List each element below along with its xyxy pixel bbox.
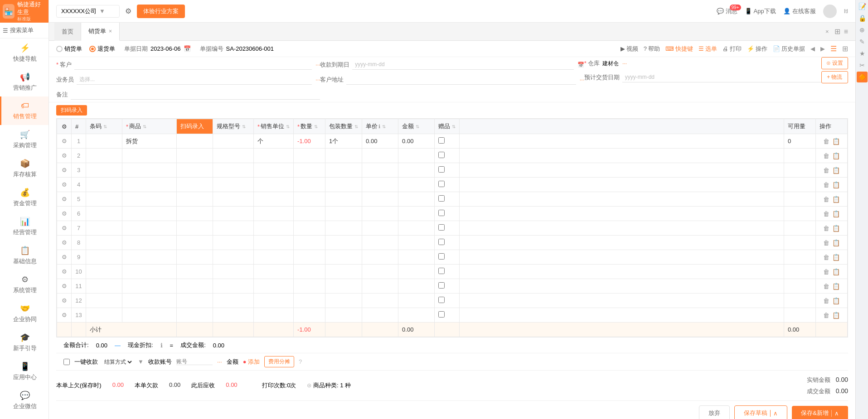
- row-spec[interactable]: [213, 236, 254, 250]
- row-copy-btn[interactable]: 📋: [832, 210, 840, 217]
- online-service-btn[interactable]: 👤 在线客服: [783, 7, 816, 15]
- row-product[interactable]: [122, 308, 177, 323]
- row-copy-btn[interactable]: 📋: [832, 196, 840, 203]
- right-panel-icon-4[interactable]: ✎: [857, 36, 868, 47]
- row-delete-btn[interactable]: 🗑: [823, 283, 829, 290]
- row-barcode[interactable]: [86, 236, 122, 250]
- row-pack-qty[interactable]: [325, 207, 362, 221]
- row-pack-qty[interactable]: [325, 163, 362, 178]
- row-unit[interactable]: [254, 207, 294, 221]
- discount-info-icon[interactable]: ℹ: [160, 342, 163, 349]
- row-gear-cell[interactable]: ⚙: [57, 134, 72, 149]
- row-unit[interactable]: [254, 308, 294, 323]
- row-barcode[interactable]: [86, 163, 122, 178]
- sidebar-item-basics[interactable]: 📋 基础信息: [0, 241, 48, 270]
- row-spec[interactable]: [213, 308, 254, 323]
- row-copy-btn[interactable]: 📋: [832, 297, 840, 304]
- settings-button[interactable]: ⊙ 设置: [821, 57, 848, 69]
- th-pack-qty[interactable]: 包装数量 ⇅: [325, 119, 362, 134]
- row-copy-btn[interactable]: 📋: [832, 167, 840, 174]
- row-pack-qty[interactable]: [325, 279, 362, 294]
- row-unit[interactable]: [254, 279, 294, 294]
- row-gift[interactable]: [435, 192, 460, 207]
- row-copy-btn[interactable]: 📋: [832, 138, 840, 145]
- row-spec[interactable]: [213, 149, 254, 163]
- salesperson-picker-btn[interactable]: ···: [315, 77, 320, 83]
- row-barcode[interactable]: [86, 192, 122, 207]
- row-qty[interactable]: [294, 308, 325, 323]
- row-price[interactable]: [362, 294, 398, 308]
- row-unit[interactable]: 个: [254, 134, 294, 149]
- row-product[interactable]: [122, 265, 177, 279]
- row-gear-cell[interactable]: ⚙: [57, 265, 72, 279]
- row-barcode[interactable]: [86, 207, 122, 221]
- row-barcode[interactable]: [86, 178, 122, 192]
- row-amount[interactable]: [398, 178, 435, 192]
- th-settings[interactable]: ⚙: [57, 119, 72, 134]
- radio-sale-circle[interactable]: [56, 46, 63, 52]
- row-gift[interactable]: [435, 178, 460, 192]
- row-delete-btn[interactable]: 🗑: [823, 210, 829, 217]
- row-qty[interactable]: [294, 192, 325, 207]
- shortcuts-action[interactable]: ⌨ 快捷键: [665, 45, 693, 53]
- row-pack-qty[interactable]: [325, 294, 362, 308]
- abandon-button[interactable]: 放弃: [699, 405, 730, 419]
- row-amount[interactable]: [398, 236, 435, 250]
- row-gear-cell[interactable]: ⚙: [57, 250, 72, 265]
- row-qty[interactable]: [294, 250, 325, 265]
- row-spec[interactable]: [213, 163, 254, 178]
- row-copy-btn[interactable]: 📋: [832, 225, 840, 232]
- row-unit[interactable]: [254, 192, 294, 207]
- row-gift[interactable]: [435, 149, 460, 163]
- row-barcode[interactable]: [86, 279, 122, 294]
- row-pack-qty[interactable]: 1个: [325, 134, 362, 149]
- row-spec[interactable]: [213, 134, 254, 149]
- gear-settings-icon[interactable]: ⚙: [125, 7, 131, 15]
- radio-sale[interactable]: 销货单: [56, 45, 82, 53]
- salesperson-input[interactable]: [77, 74, 312, 85]
- warehouse-picker-btn[interactable]: ···: [622, 60, 627, 67]
- calendar-icon[interactable]: 📅: [184, 45, 191, 52]
- row-unit[interactable]: [254, 178, 294, 192]
- row-amount[interactable]: [398, 221, 435, 236]
- sidebar-search[interactable]: ☰ 搜索菜单: [0, 23, 48, 39]
- save-new-button[interactable]: 保存&新增 ∧: [792, 406, 848, 419]
- row-copy-btn[interactable]: 📋: [832, 152, 840, 159]
- row-qty[interactable]: [294, 279, 325, 294]
- row-price[interactable]: [362, 265, 398, 279]
- tab-list-view-btn[interactable]: ≡: [842, 28, 850, 36]
- company-selector[interactable]: XXXXXX公司 ▼: [56, 5, 120, 18]
- row-price[interactable]: [362, 192, 398, 207]
- row-spec[interactable]: [213, 221, 254, 236]
- row-amount[interactable]: [398, 163, 435, 178]
- row-delete-btn[interactable]: 🗑: [823, 167, 829, 174]
- row-qty[interactable]: [294, 207, 325, 221]
- th-qty[interactable]: * 数量 ⇅: [294, 119, 325, 134]
- sidebar-item-finance[interactable]: 💰 资金管理: [0, 183, 48, 212]
- th-scan[interactable]: 扫码录入: [177, 119, 213, 134]
- row-gift[interactable]: [435, 308, 460, 323]
- row-barcode[interactable]: [86, 134, 122, 149]
- row-spec[interactable]: [213, 192, 254, 207]
- user-avatar[interactable]: [823, 5, 837, 18]
- row-price[interactable]: [362, 178, 398, 192]
- row-pack-qty[interactable]: [325, 149, 362, 163]
- row-price[interactable]: [362, 250, 398, 265]
- th-spec[interactable]: 规格型号 ⇅: [213, 119, 254, 134]
- row-unit[interactable]: [254, 265, 294, 279]
- row-gear-cell[interactable]: ⚙: [57, 163, 72, 178]
- row-pack-qty[interactable]: [325, 178, 362, 192]
- row-amount[interactable]: [398, 250, 435, 265]
- row-qty[interactable]: [294, 221, 325, 236]
- right-panel-icon-7[interactable]: 🔶: [857, 72, 868, 82]
- row-delete-btn[interactable]: 🗑: [823, 239, 829, 246]
- row-unit[interactable]: [254, 149, 294, 163]
- row-product[interactable]: [122, 279, 177, 294]
- row-barcode[interactable]: [86, 250, 122, 265]
- row-gift[interactable]: [435, 265, 460, 279]
- row-product[interactable]: [122, 192, 177, 207]
- right-panel-icon-3[interactable]: ⊕: [857, 24, 868, 35]
- row-price[interactable]: [362, 308, 398, 323]
- row-gift[interactable]: [435, 250, 460, 265]
- row-barcode[interactable]: [86, 265, 122, 279]
